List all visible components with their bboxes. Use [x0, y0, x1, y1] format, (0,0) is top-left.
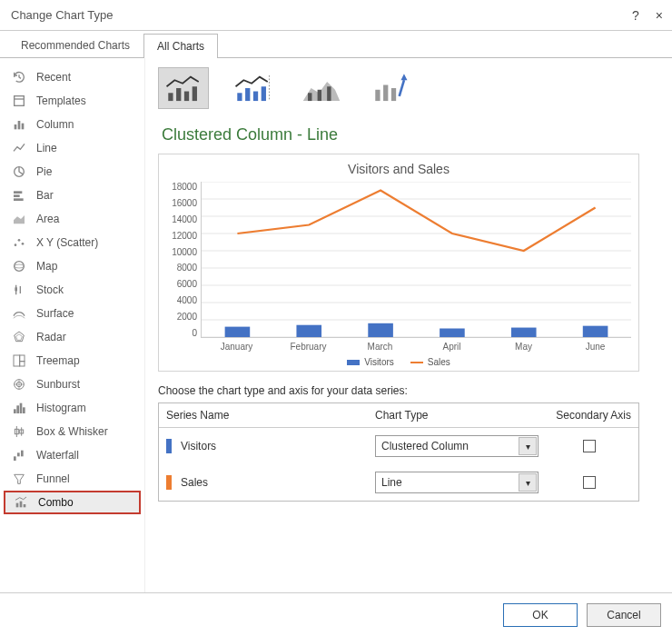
titlebar: Change Chart Type ? ×: [0, 0, 672, 31]
tabs: Recommended Charts All Charts: [0, 31, 672, 58]
sidebar-item-label: Box & Whisker: [36, 425, 108, 438]
chart-type-select-visitors[interactable]: Clustered Column ▾: [375, 435, 539, 457]
series-caption: Choose the chart type and axis for your …: [158, 384, 659, 397]
svg-rect-30: [23, 407, 25, 413]
cancel-button[interactable]: Cancel: [587, 603, 661, 627]
scatter-icon: [11, 235, 27, 250]
svg-rect-47: [245, 88, 250, 101]
surface-icon: [11, 306, 27, 321]
sidebar-item-line[interactable]: Line: [4, 136, 141, 160]
sidebar-item-radar[interactable]: Radar: [4, 325, 141, 349]
sidebar-item-area[interactable]: Area: [4, 207, 141, 231]
sidebar-item-column[interactable]: Column: [4, 113, 141, 136]
svg-marker-38: [15, 474, 25, 483]
svg-rect-8: [14, 198, 24, 201]
sidebar-item-label: Map: [36, 260, 57, 273]
map-icon: [11, 259, 27, 273]
thumb-custom-combo[interactable]: [365, 67, 416, 109]
series-name-visitors: Visitors: [181, 440, 216, 452]
templates-icon: [11, 94, 27, 108]
svg-rect-17: [15, 287, 17, 291]
plot-area: [201, 182, 631, 338]
series-name-sales: Sales: [181, 476, 208, 489]
sunburst-icon: [11, 377, 27, 392]
close-icon[interactable]: ×: [656, 8, 663, 23]
radar-icon: [11, 330, 27, 344]
main-panel: Clustered Column - Line Visitors and Sal…: [145, 58, 672, 592]
svg-marker-9: [14, 215, 25, 224]
svg-rect-43: [176, 88, 181, 101]
svg-point-12: [22, 243, 25, 245]
svg-rect-37: [21, 451, 24, 457]
sidebar-item-pie[interactable]: Pie: [4, 160, 141, 184]
line-icon: [11, 141, 27, 155]
chart-preview[interactable]: Visitors and Sales 180001600014000120001…: [158, 154, 639, 372]
box-whisker-icon: [11, 424, 27, 439]
bar-icon: [11, 188, 27, 203]
col-header-secondary-axis: Secondary Axis: [548, 409, 631, 422]
thumb-clustered-column-line-secondary[interactable]: [227, 67, 278, 109]
sidebar-item-box-whisker[interactable]: Box & Whisker: [4, 420, 141, 443]
sidebar: Recent Templates Column Line Pie Bar Are…: [0, 58, 145, 592]
svg-rect-69: [296, 325, 321, 337]
sidebar-item-waterfall[interactable]: Waterfall: [4, 443, 141, 467]
sidebar-item-bar[interactable]: Bar: [4, 184, 141, 207]
svg-rect-0: [15, 96, 25, 106]
svg-marker-19: [16, 334, 23, 341]
svg-rect-54: [327, 86, 331, 101]
chevron-down-icon: ▾: [519, 473, 537, 492]
help-icon[interactable]: ?: [632, 8, 639, 23]
sidebar-item-scatter[interactable]: X Y (Scatter): [4, 231, 141, 254]
svg-rect-4: [22, 124, 25, 130]
svg-rect-3: [18, 121, 21, 129]
sidebar-item-surface[interactable]: Surface: [4, 302, 141, 325]
recent-icon: [11, 70, 27, 84]
area-icon: [11, 212, 27, 226]
secondary-axis-checkbox-sales[interactable]: [583, 476, 596, 489]
svg-rect-70: [368, 323, 393, 337]
svg-rect-21: [20, 355, 25, 362]
sidebar-item-label: Surface: [36, 307, 74, 320]
thumb-clustered-column-line[interactable]: [158, 67, 209, 109]
col-header-chart-type: Chart Type: [375, 409, 548, 422]
svg-rect-72: [511, 328, 537, 337]
sidebar-item-map[interactable]: Map: [4, 254, 141, 278]
sidebar-item-treemap[interactable]: Treemap: [4, 349, 141, 373]
svg-point-13: [15, 262, 25, 272]
ok-button[interactable]: OK: [503, 603, 578, 627]
sidebar-item-label: Histogram: [36, 402, 86, 414]
series-row-sales: Sales Line ▾: [159, 464, 638, 501]
svg-rect-68: [225, 327, 251, 337]
svg-rect-57: [391, 88, 396, 101]
stock-icon: [11, 283, 27, 297]
svg-rect-39: [16, 503, 19, 508]
sidebar-item-stock[interactable]: Stock: [4, 278, 141, 302]
svg-rect-45: [193, 86, 197, 101]
tab-recommended-charts[interactable]: Recommended Charts: [7, 33, 143, 57]
series-swatch-sales: [166, 475, 172, 490]
sidebar-item-sunburst[interactable]: Sunburst: [4, 373, 141, 396]
col-header-series-name: Series Name: [166, 409, 375, 422]
series-swatch-visitors: [166, 439, 172, 453]
svg-rect-27: [14, 409, 16, 413]
svg-point-11: [18, 239, 21, 242]
sidebar-item-templates[interactable]: Templates: [4, 89, 141, 113]
treemap-icon: [11, 353, 27, 368]
sidebar-item-recent[interactable]: Recent: [4, 65, 141, 89]
sidebar-item-histogram[interactable]: Histogram: [4, 396, 141, 420]
sidebar-item-label: Area: [36, 213, 59, 225]
chart-type-select-sales[interactable]: Line ▾: [375, 472, 539, 493]
sidebar-item-funnel[interactable]: Funnel: [4, 467, 141, 491]
tab-all-charts[interactable]: All Charts: [143, 34, 218, 58]
sidebar-item-label: Treemap: [36, 354, 80, 367]
secondary-axis-checkbox-visitors[interactable]: [583, 440, 596, 452]
sidebar-item-label: Stock: [36, 283, 64, 296]
svg-rect-29: [20, 403, 23, 413]
sidebar-item-label: Sunburst: [36, 378, 80, 391]
dialog-footer: OK Cancel: [0, 592, 672, 636]
svg-rect-48: [253, 92, 258, 102]
thumb-stacked-area-column[interactable]: [296, 67, 347, 109]
sidebar-item-combo[interactable]: Combo: [4, 491, 141, 514]
series-row-visitors: Visitors Clustered Column ▾: [159, 428, 638, 464]
chart-title: Visitors and Sales: [166, 162, 631, 176]
